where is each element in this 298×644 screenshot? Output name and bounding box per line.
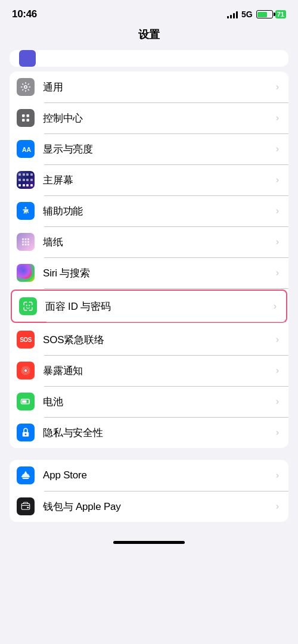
settings-row-control-center[interactable]: 控制中心 › — [10, 102, 288, 133]
battery-indicator: 71 — [256, 10, 286, 18]
settings-row-exposure[interactable]: 暴露通知 › — [10, 355, 288, 386]
svg-rect-16 — [21, 504, 30, 510]
wallpaper-icon — [17, 233, 35, 251]
general-chevron: › — [276, 82, 279, 92]
svg-rect-13 — [22, 400, 27, 403]
accessibility-chevron: › — [276, 206, 279, 216]
home-screen-chevron: › — [276, 175, 279, 185]
sos-label: SOS紧急联络 — [43, 333, 274, 347]
svg-rect-4 — [27, 119, 30, 122]
svg-point-0 — [24, 86, 27, 89]
app-store-label: App Store — [43, 469, 274, 481]
svg-rect-1 — [22, 114, 25, 117]
page-title: 设置 — [0, 25, 298, 50]
settings-row-home-screen[interactable]: 主屏幕 › — [10, 164, 288, 195]
wallet-icon — [17, 497, 35, 515]
battery-percent: 71 — [275, 10, 286, 18]
general-icon — [17, 78, 35, 96]
svg-rect-2 — [27, 114, 30, 117]
svg-point-7 — [26, 304, 27, 306]
control-center-label: 控制中心 — [43, 111, 274, 125]
settings-row-battery[interactable]: 电池 › — [10, 386, 288, 417]
wallpaper-label: 墙纸 — [43, 235, 274, 249]
exposure-icon — [17, 362, 35, 379]
app-store-icon — [17, 466, 35, 484]
svg-rect-3 — [22, 119, 25, 122]
siri-icon — [17, 264, 35, 282]
settings-row-face-id[interactable]: 面容 ID 与密码 › — [11, 290, 287, 323]
control-center-chevron: › — [276, 113, 279, 123]
section-store: App Store › 钱包与 Apple Pay › — [10, 460, 288, 522]
status-time: 10:46 — [12, 8, 37, 20]
exposure-chevron: › — [276, 365, 279, 376]
privacy-chevron: › — [276, 427, 279, 438]
battery-chevron: › — [276, 396, 279, 407]
face-id-icon — [19, 297, 37, 315]
network-type: 5G — [241, 10, 253, 19]
control-center-icon — [17, 109, 35, 127]
svg-point-8 — [29, 304, 30, 306]
wallet-label: 钱包与 Apple Pay — [43, 500, 274, 514]
wallpaper-chevron: › — [276, 237, 279, 247]
section-general: 通用 › 控制中心 › AA 显示与亮度 › — [10, 71, 288, 448]
status-bar: 10:46 5G 71 — [0, 0, 298, 25]
battery-label: 电池 — [43, 395, 274, 409]
settings-row-privacy[interactable]: 隐私与安全性 › — [10, 417, 288, 448]
face-id-label: 面容 ID 与密码 — [45, 300, 271, 313]
status-right: 5G 71 — [227, 10, 286, 19]
display-chevron: › — [276, 144, 279, 154]
sos-chevron: › — [276, 334, 279, 345]
svg-point-9 — [24, 369, 27, 372]
svg-text:AA: AA — [22, 146, 31, 153]
privacy-icon — [17, 424, 35, 441]
home-screen-icon — [17, 171, 35, 189]
svg-rect-17 — [27, 507, 29, 508]
siri-chevron: › — [276, 267, 279, 278]
battery-icon — [256, 10, 273, 18]
sos-icon: SOS — [17, 331, 35, 349]
settings-row-display[interactable]: AA 显示与亮度 › — [10, 133, 288, 164]
accessibility-label: 辅助功能 — [43, 204, 274, 218]
partial-scroll-item — [10, 50, 288, 67]
home-indicator — [0, 534, 298, 550]
battery-fill — [257, 12, 267, 17]
settings-row-accessibility[interactable]: 辅助功能 › — [10, 195, 288, 226]
settings-row-sos[interactable]: SOS SOS紧急联络 › — [10, 324, 288, 355]
svg-point-6 — [25, 207, 27, 209]
settings-row-siri[interactable]: Siri 与搜索 › — [10, 257, 288, 288]
exposure-label: 暴露通知 — [43, 364, 274, 378]
wallet-chevron: › — [276, 501, 279, 512]
general-label: 通用 — [43, 80, 274, 94]
settings-row-general[interactable]: 通用 › — [10, 71, 288, 102]
battery-row-icon — [17, 393, 35, 410]
home-bar — [113, 541, 185, 544]
settings-row-app-store[interactable]: App Store › — [10, 460, 288, 491]
accessibility-icon — [17, 202, 35, 220]
app-store-chevron: › — [276, 470, 279, 481]
settings-row-wallpaper[interactable]: 墙纸 › — [10, 226, 288, 257]
face-id-chevron: › — [274, 301, 277, 312]
privacy-label: 隐私与安全性 — [43, 426, 274, 440]
svg-point-15 — [25, 434, 27, 435]
display-icon: AA — [17, 140, 35, 158]
settings-row-wallet[interactable]: 钱包与 Apple Pay › — [10, 491, 288, 522]
home-screen-label: 主屏幕 — [43, 173, 274, 187]
partial-icon — [19, 50, 36, 67]
signal-icon — [227, 11, 238, 18]
siri-label: Siri 与搜索 — [43, 266, 274, 280]
display-label: 显示与亮度 — [43, 142, 274, 156]
